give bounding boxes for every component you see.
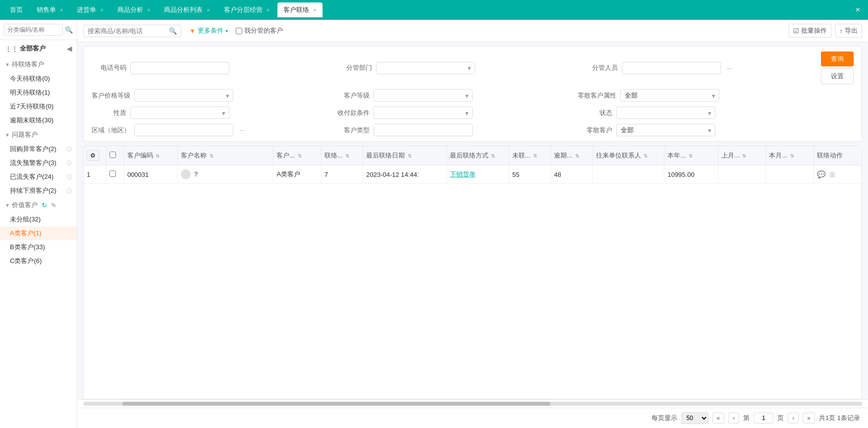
qr-icon[interactable]: ⊞	[829, 170, 835, 178]
select-all-checkbox[interactable]	[109, 152, 116, 158]
main-layout: 🔍 ⋮⋮ 全部客户 ◀ ▼ 待联络客户 今天待联络(0) 明天待联络(1) 近7…	[0, 20, 868, 428]
sidebar-item-abnormal-repurchase[interactable]: 回购异常客户(2) ⓘ	[0, 142, 77, 156]
sidebar-item-class-a[interactable]: A类客户(1)	[0, 226, 77, 240]
h-scrollbar[interactable]	[83, 402, 862, 406]
close-purchase-tab[interactable]: ×	[100, 7, 103, 13]
close-sales-tab[interactable]: ×	[60, 7, 63, 13]
pending-contact-group-title[interactable]: ▼ 待联络客户	[0, 57, 77, 72]
retail-customer-select[interactable]: 全部	[616, 124, 715, 136]
payment-select[interactable]	[374, 107, 473, 119]
action-icons: 💬 ⊞	[817, 170, 859, 178]
th-check[interactable]	[106, 146, 124, 165]
td-num: 1	[84, 165, 106, 184]
last-page-btn[interactable]: »	[803, 413, 815, 424]
dept-select[interactable]	[376, 62, 475, 74]
customer-type-input[interactable]	[374, 124, 473, 136]
sidebar-item-overdue[interactable]: 逾期未联络(30)	[0, 113, 77, 127]
scrollbar-area	[77, 399, 868, 408]
search-input[interactable]	[88, 27, 167, 35]
th-last-method[interactable]: 最后联络方式 ⇅	[447, 146, 509, 165]
sidebar-item-today[interactable]: 今天待联络(0)	[0, 72, 77, 86]
next-page-btn[interactable]: ›	[788, 413, 799, 424]
th-company-contact[interactable]: 往来单位联系人 ⇅	[593, 146, 664, 165]
region-dots-btn[interactable]: ···	[237, 126, 247, 134]
sidebar-item-7days[interactable]: 近7天待联络(0)	[0, 100, 77, 113]
nav-tab-sales[interactable]: 销售单 ×	[31, 2, 69, 17]
nav-tab-product-analysis[interactable]: 商品分析 ×	[111, 2, 156, 17]
th-contact[interactable]: 联络... ⇅	[321, 146, 363, 165]
more-filters-btn[interactable]: ▼ 更多条件 ▾	[185, 24, 232, 37]
filter-retail-customer: 零散客户 全部	[578, 124, 809, 136]
nav-tab-customer-layer[interactable]: 客户分层经营 ×	[218, 2, 275, 17]
sidebar-search-icon[interactable]: 🔍	[65, 26, 73, 34]
h-scrollbar-thumb[interactable]	[122, 402, 551, 406]
phone-label: 电话号码	[92, 63, 126, 72]
th-this-month[interactable]: 本月... ⇅	[766, 146, 814, 165]
close-all-tabs[interactable]: ×	[852, 3, 864, 16]
collapse-sidebar-icon[interactable]: ◀	[67, 45, 72, 53]
refresh-icon[interactable]: ↻	[42, 202, 47, 209]
sidebar-item-tomorrow[interactable]: 明天待联络(1)	[0, 86, 77, 100]
nav-tab-customer-contact[interactable]: 客户联络 ×	[277, 2, 322, 17]
sidebar-item-class-c[interactable]: C类客户(6)	[0, 254, 77, 268]
th-gear[interactable]: ⚙	[84, 146, 106, 165]
my-customers-check[interactable]	[236, 28, 242, 34]
sidebar-item-unclassified[interactable]: 未分组(32)	[0, 213, 77, 226]
problem-customer-group-title[interactable]: ▼ 问题客户	[0, 127, 77, 142]
sidebar-search-input[interactable]	[4, 24, 63, 36]
page-size-select[interactable]: 50 10 20 100	[681, 412, 708, 424]
th-overdue[interactable]: 逾期... ⇅	[551, 146, 593, 165]
th-code[interactable]: 客户编码 ⇅	[124, 146, 178, 165]
customer-grade-select[interactable]	[374, 89, 473, 102]
query-button[interactable]: 查询	[821, 52, 854, 66]
price-grade-select[interactable]	[134, 89, 233, 102]
settings-button[interactable]: 设置	[821, 68, 854, 84]
problem-customer-group: ▼ 问题客户 回购异常客户(2) ⓘ 流失预警客户(3) ⓘ 已流失客户(24)…	[0, 127, 77, 198]
nav-tab-purchase[interactable]: 进货单 ×	[71, 2, 109, 17]
nature-select[interactable]	[130, 107, 229, 119]
th-last-month[interactable]: 上月... ⇅	[718, 146, 765, 165]
td-contact: 7	[321, 165, 363, 184]
sidebar-item-churn-warning[interactable]: 流失预警客户(3) ⓘ	[0, 156, 77, 170]
sidebar-item-declining[interactable]: 持续下滑客户(2) ⓘ	[0, 184, 77, 198]
nav-tab-product-list[interactable]: 商品分析列表 ×	[158, 2, 216, 17]
chat-icon[interactable]: 💬	[817, 170, 825, 178]
phone-input[interactable]	[130, 62, 229, 74]
row-checkbox[interactable]	[109, 170, 116, 177]
retail-attr-select[interactable]: 全部	[620, 89, 719, 102]
status-select[interactable]	[616, 107, 715, 119]
close-customer-contact-tab[interactable]: ×	[313, 7, 316, 13]
th-this-year[interactable]: 本年... ⇅	[664, 146, 718, 165]
close-product-list-tab[interactable]: ×	[207, 7, 210, 13]
edit-icon[interactable]: ✎	[51, 202, 56, 209]
my-customers-checkbox[interactable]: 我分管的客户	[236, 26, 283, 35]
th-name[interactable]: 客户名称 ⇅	[178, 146, 273, 165]
td-check[interactable]	[106, 165, 124, 184]
manager-dots-btn[interactable]: ···	[725, 64, 734, 72]
page-number-input[interactable]	[754, 413, 773, 424]
filter-customer-grade: 客户等级	[335, 89, 566, 102]
last-method-link[interactable]: 下销货单	[450, 170, 476, 178]
close-customer-layer-tab[interactable]: ×	[267, 7, 270, 13]
region-input[interactable]	[134, 124, 233, 136]
th-grade[interactable]: 客户... ⇅	[273, 146, 321, 165]
close-product-analysis-tab[interactable]: ×	[147, 7, 150, 13]
batch-ops-btn[interactable]: ☑ 批量操作	[789, 24, 831, 38]
sidebar-item-class-b[interactable]: B类客户(33)	[0, 240, 77, 254]
prev-page-btn[interactable]: ‹	[728, 413, 739, 424]
th-last-date[interactable]: 最后联络日期 ⇅	[363, 146, 447, 165]
export-btn[interactable]: ↑ 导出	[835, 24, 863, 38]
sidebar-item-churned[interactable]: 已流失客户(24) ⓘ	[0, 170, 77, 184]
first-page-btn[interactable]: «	[712, 413, 725, 424]
manager-input[interactable]	[622, 62, 721, 74]
sort-icon: ⇅	[210, 153, 214, 159]
search-icon[interactable]: 🔍	[169, 27, 177, 35]
th-uncontact[interactable]: 未联... ⇅	[509, 146, 550, 165]
value-customer-group-title[interactable]: ▼ 价值客户 ↻ ✎	[0, 198, 77, 213]
retail-customer-label: 零散客户	[578, 126, 612, 135]
gear-button[interactable]: ⚙	[87, 150, 99, 161]
nav-home[interactable]: 首页	[4, 2, 29, 17]
arrow-icon: ▼	[5, 203, 10, 208]
td-last-method[interactable]: 下销货单	[447, 165, 509, 184]
all-customers-label[interactable]: 全部客户	[20, 44, 46, 53]
